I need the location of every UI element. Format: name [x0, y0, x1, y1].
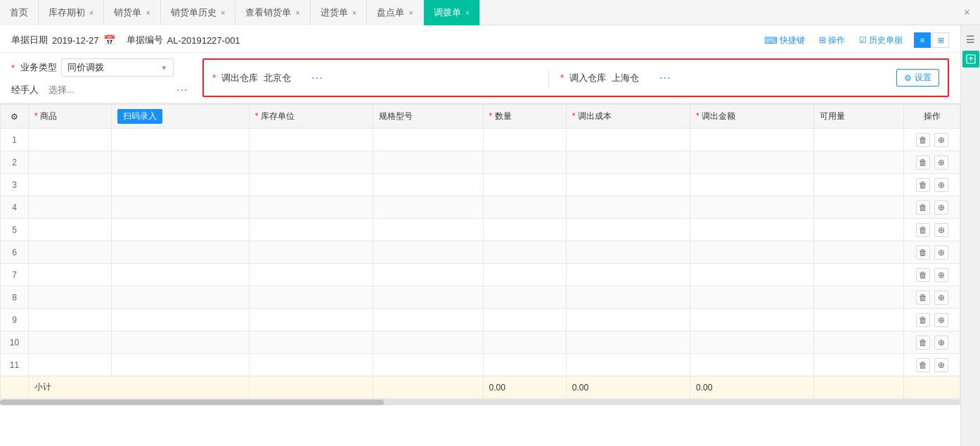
- manager-input[interactable]: [43, 82, 172, 97]
- from-warehouse-value[interactable]: 北京仓: [264, 72, 306, 84]
- shortcut-keys-button[interactable]: ⌨ 快捷键: [761, 33, 808, 48]
- right-sidebar: ☰: [960, 25, 980, 446]
- delete-icon-8[interactable]: 🗑: [916, 291, 930, 305]
- to-warehouse-more-button[interactable]: ···: [659, 72, 671, 84]
- table-row: 9 🗑⊕: [1, 309, 960, 331]
- calendar-icon[interactable]: 📅: [103, 34, 115, 46]
- tab-close-view-sales[interactable]: ×: [295, 8, 299, 17]
- copy-icon-8[interactable]: ⊕: [934, 291, 948, 305]
- delete-icon-5[interactable]: 🗑: [916, 223, 930, 237]
- tab-transfer-order[interactable]: 调拨单 ×: [424, 0, 480, 25]
- delete-icon-4[interactable]: 🗑: [916, 200, 930, 215]
- items-table: ⚙ * 商品 扫码录入 * 库存单位 规格型号 *: [0, 104, 960, 399]
- copy-icon-9[interactable]: ⊕: [934, 313, 948, 327]
- row-2-product[interactable]: [29, 151, 112, 174]
- delete-icon-6[interactable]: 🗑: [916, 246, 930, 260]
- row-1-spec[interactable]: [373, 129, 483, 151]
- table-row: 7 🗑⊕: [1, 264, 960, 286]
- history-icon: ☑: [859, 35, 867, 45]
- th-unit: * 库存单位: [249, 105, 373, 129]
- left-fields: * 业务类型 同价调拨 ▼ 经手人 ···: [11, 58, 194, 97]
- business-type-required-star: *: [11, 63, 15, 73]
- business-type-value: 同价调拨: [67, 61, 104, 74]
- copy-icon-2[interactable]: ⊕: [934, 155, 948, 170]
- view-list-button[interactable]: ≡: [914, 32, 931, 48]
- delete-icon-10[interactable]: 🗑: [916, 336, 930, 350]
- copy-icon-4[interactable]: ⊕: [934, 200, 948, 215]
- th-spec: 规格型号: [373, 105, 483, 129]
- business-type-select[interactable]: 同价调拨 ▼: [61, 58, 174, 77]
- row-1-product[interactable]: [29, 129, 112, 151]
- copy-icon-11[interactable]: ⊕: [934, 358, 948, 372]
- delete-icon-7[interactable]: 🗑: [916, 268, 930, 282]
- copy-icon-3[interactable]: ⊕: [934, 178, 948, 192]
- operation-icon: ⊞: [819, 35, 826, 45]
- table-row: 5 🗑⊕: [1, 219, 960, 241]
- row-1-cost[interactable]: [566, 129, 690, 151]
- main-content: 单据日期 2019-12-27 📅 单据编号 AL-20191227-001 ⌨…: [0, 25, 960, 446]
- table-row: 10 🗑⊕: [1, 331, 960, 354]
- tab-sales-order[interactable]: 销货单 ×: [104, 0, 160, 25]
- tab-close-inventory-check[interactable]: ×: [408, 8, 413, 17]
- row-1-action: 🗑 ⊕: [904, 129, 960, 151]
- from-warehouse-more-button[interactable]: ···: [311, 72, 323, 84]
- tab-close-sales-order[interactable]: ×: [146, 8, 150, 17]
- table-row: 11 🗑⊕: [1, 354, 960, 376]
- tab-close-transfer-order[interactable]: ×: [465, 8, 470, 17]
- delete-icon-11[interactable]: 🗑: [916, 358, 930, 372]
- warehouse-divider: [548, 70, 549, 87]
- horizontal-scrollbar[interactable]: [0, 399, 960, 404]
- table-row: 2 🗑 ⊕: [1, 151, 960, 174]
- tab-inventory-init[interactable]: 库存期初 ×: [39, 0, 104, 25]
- th-available: 可用量: [814, 105, 904, 129]
- business-type-row: * 业务类型 同价调拨 ▼: [11, 58, 194, 77]
- history-order-button[interactable]: ☑ 历史单据: [856, 33, 905, 48]
- row-1-quantity[interactable]: [483, 129, 566, 151]
- copy-icon-7[interactable]: ⊕: [934, 268, 948, 282]
- delete-icon-1[interactable]: 🗑: [916, 133, 930, 147]
- view-toggle: ≡ ⊞: [914, 32, 949, 48]
- tab-close-sales-history[interactable]: ×: [221, 8, 225, 17]
- tab-sales-history[interactable]: 销货单历史 ×: [161, 0, 236, 25]
- from-warehouse-label: 调出仓库: [221, 72, 258, 84]
- tab-home[interactable]: 首页: [0, 0, 39, 25]
- tab-bar-close-button[interactable]: ×: [954, 0, 980, 25]
- delete-icon-3[interactable]: 🗑: [916, 178, 930, 192]
- scan-button[interactable]: 扫码录入: [117, 109, 162, 124]
- number-field: 单据编号 AL-20191227-001: [127, 34, 240, 46]
- header-toolbar: ⌨ 快捷键 ⊞ 操作 ☑ 历史单据 ≡ ⊞: [761, 32, 949, 48]
- tab-inventory-check[interactable]: 盘点单 ×: [367, 0, 423, 25]
- business-type-label: 业务类型: [20, 61, 57, 74]
- tab-bar: 首页 库存期初 × 销货单 × 销货单历史 × 查看销货单 × 进货单 × 盘点…: [0, 0, 980, 25]
- th-settings[interactable]: ⚙: [1, 105, 29, 129]
- tab-close-inventory-init[interactable]: ×: [89, 8, 94, 17]
- table-row: 8 🗑⊕: [1, 286, 960, 309]
- form-header-left: 单据日期 2019-12-27 📅 单据编号 AL-20191227-001: [11, 34, 240, 46]
- subtotal-amount: 0.00: [690, 376, 813, 399]
- content-row: * 业务类型 同价调拨 ▼ 经手人 ··· * 调出仓库 北京仓 ···: [0, 53, 960, 103]
- tab-close-purchase-order[interactable]: ×: [352, 8, 356, 17]
- to-warehouse-value[interactable]: 上海仓: [612, 72, 654, 84]
- sidebar-list-icon[interactable]: ☰: [962, 31, 979, 48]
- subtotal-cost: 0.00: [566, 376, 690, 399]
- view-grid-button[interactable]: ⊞: [932, 32, 949, 48]
- delete-icon-9[interactable]: 🗑: [916, 313, 930, 327]
- row-1-unit[interactable]: [249, 129, 373, 151]
- tab-purchase-order[interactable]: 进货单 ×: [311, 0, 367, 25]
- settings-col-icon: ⚙: [11, 112, 18, 122]
- row-1-amount[interactable]: [690, 129, 813, 151]
- row-2-unit[interactable]: [249, 151, 373, 174]
- copy-icon-5[interactable]: ⊕: [934, 223, 948, 237]
- sidebar-export-icon[interactable]: [962, 51, 979, 68]
- table-row: 4 🗑⊕: [1, 196, 960, 219]
- settings-button[interactable]: ⚙ 设置: [896, 69, 939, 87]
- copy-icon-1[interactable]: ⊕: [934, 133, 948, 147]
- copy-icon-10[interactable]: ⊕: [934, 336, 948, 350]
- operation-button[interactable]: ⊞ 操作: [816, 33, 848, 48]
- tab-view-sales[interactable]: 查看销货单 ×: [236, 0, 310, 25]
- subtotal-quantity: 0.00: [483, 376, 566, 399]
- warehouse-section: * 调出仓库 北京仓 ··· * 调入仓库 上海仓 ··· ⚙ 设置: [202, 58, 949, 97]
- manager-more-button[interactable]: ···: [176, 84, 188, 96]
- delete-icon-2[interactable]: 🗑: [916, 155, 930, 170]
- copy-icon-6[interactable]: ⊕: [934, 246, 948, 260]
